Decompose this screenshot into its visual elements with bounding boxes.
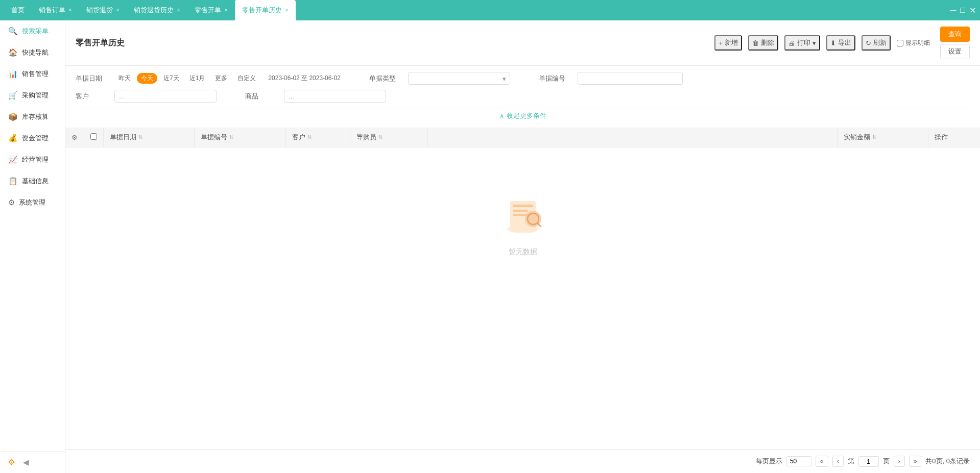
doc-no-input[interactable] — [578, 72, 683, 85]
col-customer[interactable]: 客户 ⇅ — [285, 128, 350, 147]
col-guide[interactable]: 导购员 ⇅ — [350, 128, 427, 147]
sidebar-item-sys-mgmt[interactable]: ⚙ 系统管理 — [0, 192, 65, 213]
empty-state-row: 暂无数据 — [65, 147, 980, 298]
prev-page-btn[interactable]: ‹ — [832, 456, 844, 467]
maximize-icon[interactable]: □ — [960, 6, 965, 15]
tab-home-label: 首页 — [11, 6, 25, 15]
date-btn-today[interactable]: 今天 — [137, 73, 157, 84]
data-table: ⚙ 单据日期 ⇅ 单据编号 — [65, 128, 980, 297]
toolbar: + 新增 🗑 删除 🖨 打印 ▾ ⬇ 导出 ↻ — [714, 27, 970, 59]
ops-icon: 📈 — [8, 155, 18, 164]
refresh-button[interactable]: ↻ 刷新 — [862, 35, 891, 51]
tab-retail-open-history[interactable]: 零售开单历史 × — [235, 0, 296, 20]
date-btn-custom[interactable]: 自定义 — [233, 73, 260, 84]
sidebar-item-sys-mgmt-label: 系统管理 — [19, 198, 45, 207]
date-btn-yesterday[interactable]: 昨天 — [114, 73, 135, 84]
delete-icon: 🗑 — [752, 39, 759, 47]
first-page-btn[interactable]: « — [816, 456, 828, 467]
col-no-sort-icon: ⇅ — [229, 135, 233, 140]
doc-no-label: 单据编号 — [539, 74, 569, 83]
collapse-icon: ∧ — [499, 112, 505, 120]
customer-input-wrap[interactable]: ... — [114, 90, 217, 103]
export-label: 导出 — [838, 38, 851, 47]
tab-sales-return[interactable]: 销货退货 × — [79, 0, 127, 20]
sidebar: 🔍 搜索采单 🏠 快捷导航 📊 销售管理 🛒 采购管理 📦 库存核算 💰 — [0, 20, 65, 473]
doc-type-select[interactable] — [408, 72, 510, 85]
sidebar-settings-icon[interactable]: ⚙ — [8, 458, 15, 467]
print-icon: 🖨 — [788, 39, 795, 47]
print-button[interactable]: 🖨 打印 ▾ — [784, 35, 820, 51]
sidebar-item-purchase-mgmt[interactable]: 🛒 采购管理 — [0, 85, 65, 106]
sidebar-item-sales-mgmt-label: 销售管理 — [22, 69, 49, 79]
table-settings-cell[interactable]: ⚙ — [65, 128, 84, 147]
display-label: 显示明细 — [905, 39, 930, 47]
tab-sales-order[interactable]: 销售订单 × — [32, 0, 79, 20]
delete-button[interactable]: 🗑 删除 — [748, 35, 778, 51]
col-amount[interactable]: 实销金额 ⇅ — [837, 128, 928, 147]
export-button[interactable]: ⬇ 导出 — [826, 35, 855, 51]
goods-input-wrap[interactable]: ... — [284, 90, 386, 103]
date-btn-7days[interactable]: 近7天 — [159, 73, 183, 84]
tab-retail-open-close[interactable]: × — [224, 7, 228, 14]
date-filter-label: 单据日期 — [76, 74, 106, 83]
export-icon: ⬇ — [830, 39, 836, 47]
sidebar-item-basic-info[interactable]: 📋 基础信息 — [0, 170, 65, 192]
delete-label: 删除 — [761, 38, 774, 47]
sidebar-item-finance[interactable]: 💰 资金管理 — [0, 128, 65, 149]
tab-sales-return-history-close[interactable]: × — [177, 7, 180, 14]
content-area: 零售开单历史 + 新增 🗑 删除 🖨 打印 ▾ ⬇ 导出 — [65, 20, 980, 473]
tab-sales-return-history-label: 销货退货历史 — [134, 6, 174, 15]
tab-sales-order-label: 销售订单 — [39, 6, 65, 15]
tab-sales-return-history[interactable]: 销货退货历史 × — [127, 0, 187, 20]
sidebar-item-ops-mgmt[interactable]: 📈 经营管理 — [0, 149, 65, 170]
sidebar-item-sales-mgmt[interactable]: 📊 销售管理 — [0, 63, 65, 85]
last-page-btn[interactable]: » — [909, 456, 922, 467]
page-size-label: 每页显示 — [756, 457, 782, 466]
tab-home[interactable]: 首页 — [4, 0, 32, 20]
col-guide-label: 导购员 — [356, 133, 376, 142]
display-checkbox[interactable] — [897, 40, 903, 46]
page-word: 第 — [848, 457, 854, 466]
col-no[interactable]: 单据编号 ⇅ — [195, 128, 285, 147]
tab-retail-open[interactable]: 零售开单 × — [187, 0, 235, 20]
filter-section: 单据日期 昨天 今天 近7天 近1月 更多 自定义 2023-06-02 至 2… — [65, 66, 980, 128]
filter-row-1: 单据日期 昨天 今天 近7天 近1月 更多 自定义 2023-06-02 至 2… — [76, 66, 970, 85]
date-btn-more[interactable]: 更多 — [211, 73, 231, 84]
add-button[interactable]: + 新增 — [714, 35, 742, 51]
sidebar-collapse-icon[interactable]: ◀ — [23, 458, 29, 467]
query-button[interactable]: 查询 — [940, 27, 970, 42]
sidebar-bottom: ⚙ ◀ — [0, 451, 65, 473]
display-toggle[interactable]: 显示明细 — [897, 39, 930, 47]
minimize-icon[interactable]: ─ — [950, 6, 956, 15]
col-amount-sort-icon: ⇅ — [872, 135, 876, 140]
money-icon: 💰 — [8, 134, 18, 143]
sidebar-item-inventory[interactable]: 📦 库存核算 — [0, 106, 65, 128]
gear-icon: ⚙ — [8, 198, 15, 207]
date-btn-1month[interactable]: 近1月 — [185, 73, 209, 84]
tab-sales-return-close[interactable]: × — [116, 7, 119, 14]
tab-sales-return-label: 销货退货 — [86, 6, 113, 15]
empty-state-cell: 暂无数据 — [65, 147, 980, 298]
setting-button[interactable]: 设置 — [940, 44, 970, 59]
table-select-all[interactable] — [90, 133, 97, 140]
collapse-more-btn[interactable]: ∧ 收起更多条件 — [76, 108, 970, 123]
sidebar-item-quick-nav[interactable]: 🏠 快捷导航 — [0, 42, 65, 63]
sidebar-item-search-label: 搜索采单 — [22, 27, 49, 36]
page-number-input[interactable] — [858, 456, 879, 467]
tab-sales-order-close[interactable]: × — [68, 7, 72, 14]
sidebar-item-purchase-mgmt-label: 采购管理 — [22, 91, 49, 100]
print-label: 打印 — [797, 38, 810, 47]
sidebar-item-search[interactable]: 🔍 搜索采单 — [0, 20, 65, 42]
doc-icon: 📋 — [8, 177, 18, 186]
table-header: ⚙ 单据日期 ⇅ 单据编号 — [65, 128, 980, 147]
col-date-sort-icon: ⇅ — [138, 135, 142, 140]
close-icon[interactable]: ✕ — [969, 6, 976, 15]
empty-text: 暂无数据 — [509, 247, 537, 257]
col-customer-sort-icon: ⇅ — [307, 135, 312, 140]
next-page-btn[interactable]: › — [894, 456, 905, 467]
page-size-select[interactable]: 10 20 50 100 — [786, 456, 811, 466]
col-no-label: 单据编号 — [201, 133, 227, 142]
col-date[interactable]: 单据日期 ⇅ — [104, 128, 195, 147]
tab-retail-open-history-close[interactable]: × — [285, 7, 289, 14]
table-header-row: ⚙ 单据日期 ⇅ 单据编号 — [65, 128, 980, 147]
